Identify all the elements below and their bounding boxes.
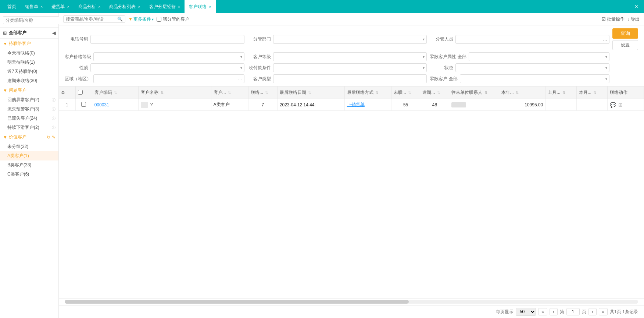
select-all-checkbox[interactable] [78, 90, 83, 95]
col-overdue[interactable]: 逾期... ⇅ [420, 86, 449, 99]
nav-close-customer-tier[interactable]: × [178, 4, 180, 9]
col-last-method-label: 最后联络方式 [347, 90, 373, 95]
sidebar-item-declining[interactable]: 持续下滑客户(2) ⓘ [0, 123, 58, 132]
filter-retail-customer-input[interactable] [460, 74, 609, 83]
value-group-refresh-icon[interactable]: ↻ [47, 135, 50, 140]
horizontal-scrollbar[interactable] [65, 300, 638, 304]
value-group-edit-icon[interactable]: ✎ [52, 135, 56, 140]
filter-status-wrap: ▾ [455, 63, 609, 72]
row-last-method[interactable]: 下销货单 [344, 99, 391, 111]
nav-close-sales[interactable]: × [40, 4, 43, 9]
filter-retail-attr-input[interactable] [469, 52, 609, 61]
nav-close-purchase[interactable]: × [67, 4, 69, 9]
sidebar-all-customers[interactable]: ⊞ 全部客户 ◀ [0, 28, 58, 39]
filter-price-input[interactable] [93, 52, 244, 61]
nav-close-customer-contact[interactable]: × [209, 4, 211, 9]
filter-row-2: 客户价格等级 ▾ 客户等级 ▾ 零散客户属性 全部 [65, 52, 638, 61]
col-last-method[interactable]: 最后联络方式 ⇅ [344, 86, 391, 99]
filter-dept-input[interactable] [273, 35, 427, 44]
sidebar-item-lost[interactable]: 已流失客户(24) ⓘ [0, 114, 58, 123]
batch-op-btn[interactable]: ☑ 批量操作 [602, 16, 625, 22]
col-contact-count[interactable]: 联络... ⇅ [248, 86, 277, 99]
row-contact-person [449, 99, 499, 111]
query-btn[interactable]: 查询 [612, 28, 638, 39]
sidebar-item-tomorrow-label: 明天待联络(1) [7, 59, 35, 66]
sidebar-item-type-c[interactable]: C类客户(6) [0, 170, 58, 179]
col-this-year[interactable]: 本年... ⇅ [499, 86, 545, 99]
export-btn[interactable]: ↓ 导出 [627, 16, 640, 22]
first-page-btn[interactable]: « [538, 308, 547, 315]
h-scroll-thumb[interactable] [65, 300, 409, 304]
nav-item-customer-contact[interactable]: 客户联络 × [185, 0, 215, 13]
page-number-input[interactable] [566, 308, 580, 315]
filter-input-phone[interactable] [90, 35, 244, 44]
filter-customer-type-input[interactable] [273, 74, 427, 83]
filter-customer-level-input[interactable] [273, 52, 427, 61]
filter-staff-input[interactable] [455, 35, 609, 44]
nav-label-purchase: 进货单 [51, 4, 65, 10]
filter-more-btn[interactable]: ▼ 更多条件 ▾ [128, 16, 154, 22]
nav-item-home[interactable]: 首页 [3, 0, 21, 13]
per-page-select[interactable]: 50 100 200 [516, 308, 536, 316]
group-label-pending[interactable]: ▼ 待联络客户 [0, 39, 58, 49]
col-name[interactable]: 客户名称 ⇅ [139, 86, 211, 99]
filter-nature-input[interactable] [90, 63, 244, 72]
row-code[interactable]: 000031 [92, 99, 139, 111]
settings-btn[interactable]: 设置 [612, 40, 638, 50]
row-checkbox[interactable] [81, 102, 86, 107]
sidebar-search-input[interactable] [3, 16, 63, 24]
group-label-value[interactable]: ▼ 价值客户 ↻ ✎ [0, 132, 58, 142]
nav-item-purchase[interactable]: 进货单 × [47, 0, 74, 13]
nav-item-customer-tier[interactable]: 客户分层经营 × [145, 0, 185, 13]
col-level-label: 客户... [214, 90, 226, 95]
col-checkbox[interactable] [75, 86, 92, 99]
settings-icon[interactable]: ⚙ [61, 90, 65, 95]
col-last-date[interactable]: 最后联络日期 ⇅ [277, 86, 344, 99]
col-settings[interactable]: ⚙ [59, 86, 75, 99]
per-page-label: 每页显示 [496, 309, 514, 315]
next-page-btn[interactable]: › [588, 308, 597, 315]
last-method-link[interactable]: 下销货单 [347, 102, 365, 107]
sidebar-item-week[interactable]: 近7天待联络(0) [0, 67, 58, 76]
nav-item-goods-analysis[interactable]: 商品分析 × [74, 0, 105, 13]
last-page-btn[interactable]: » [599, 308, 608, 315]
filter-search-icon[interactable]: 🔍 [117, 17, 123, 22]
col-contact-person[interactable]: 往来单位联系人 ⇅ [449, 86, 499, 99]
col-last-month[interactable]: 上月... ⇅ [545, 86, 577, 99]
sidebar-item-type-b[interactable]: B类客户(33) [0, 160, 58, 170]
sidebar-item-type-a[interactable]: A类客户(1) [0, 151, 58, 160]
row-checkbox-cell[interactable] [75, 99, 92, 111]
sidebar-item-ungrouped[interactable]: 未分组(32) [0, 142, 58, 151]
filter-label-price-level: 客户价格等级 [65, 54, 91, 60]
col-code[interactable]: 客户编码 ⇅ [92, 86, 139, 99]
filter-status-input[interactable] [455, 63, 609, 72]
nav-item-goods-list[interactable]: 商品分析列表 × [105, 0, 144, 13]
filter-label-nature: 性质 [65, 65, 88, 71]
sidebar-item-overdue[interactable]: 逾期未联络(30) [0, 76, 58, 85]
filter-region-input[interactable] [93, 74, 244, 83]
nav-close-all[interactable]: × [632, 3, 641, 10]
col-this-month[interactable]: 本月... ⇅ [576, 86, 608, 99]
my-customers-checkbox[interactable]: 我分管的客户 [157, 16, 189, 22]
collapse-icon[interactable]: ◀ [52, 31, 56, 36]
col-no-contact[interactable]: 未联... ⇅ [391, 86, 420, 99]
filter-search-input[interactable] [66, 17, 117, 22]
prev-page-btn[interactable]: ‹ [550, 308, 558, 315]
table-row: 1 000031 ? A类客户 7 2023-04-12 14:44: [59, 99, 644, 111]
action-icon-2[interactable]: ⊞ [618, 102, 623, 108]
sidebar-item-loss-warning[interactable]: 流失预警客户(3) ⓘ [0, 105, 58, 114]
nav-close-goods-list[interactable]: × [138, 4, 140, 9]
sidebar-item-tomorrow[interactable]: 明天待联络(1) [0, 58, 58, 67]
group-title-pending: 待联络客户 [9, 40, 31, 47]
filter-payment-input[interactable] [273, 63, 427, 72]
group-label-problem[interactable]: ▼ 问题客户 [0, 85, 58, 95]
action-icon-1[interactable]: 💬 [610, 102, 616, 108]
nav-close-goods-analysis[interactable]: × [98, 4, 100, 9]
sidebar-item-repurchase[interactable]: 回购异常客户(2) ⓘ [0, 95, 58, 105]
group-title-value: 价值客户 [9, 134, 26, 140]
nav-item-sales[interactable]: 销售单 × [21, 0, 47, 13]
sidebar-item-today[interactable]: 今天待联络(0) [0, 49, 58, 58]
col-level[interactable]: 客户... ⇅ [211, 86, 248, 99]
my-customers-check[interactable] [157, 17, 161, 22]
filter-row-1: 电话号码 分管部门 ▾ 分管人员 … [65, 28, 638, 50]
